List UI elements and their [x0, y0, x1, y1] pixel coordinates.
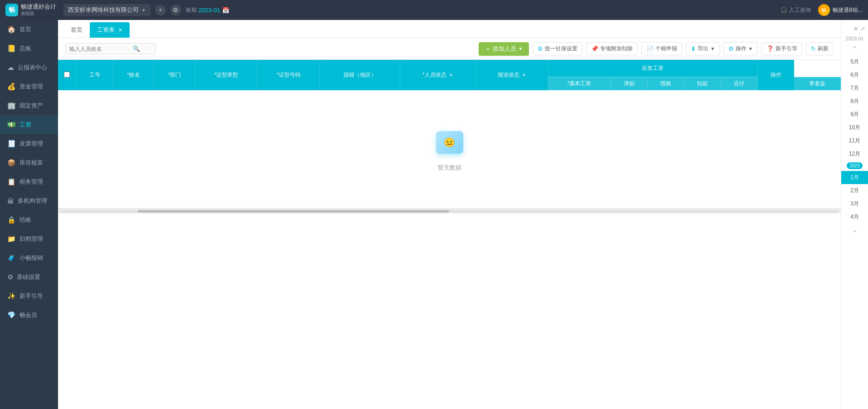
tab-salary-table[interactable]: 工资表 ✕ — [90, 22, 130, 38]
add-btn-label: 添加人员 — [493, 45, 516, 53]
month-1[interactable]: 1月 — [841, 171, 868, 184]
settings-icon: ⚙ — [7, 273, 13, 281]
checkbox-header[interactable] — [58, 60, 76, 90]
th-personnel-status[interactable]: *人员状态 ▼ — [400, 60, 476, 90]
guide-label: 新手引导 — [776, 45, 797, 53]
sidebar-item-label: 新手引导 — [19, 292, 43, 300]
sidebar-item-home[interactable]: 🏠 首页 — [0, 20, 58, 39]
headset-icon: 🎧 — [781, 7, 787, 13]
period-display-text: 2023.01 — [846, 36, 864, 41]
sidebar-item-label: 结账 — [19, 216, 31, 224]
logo: 畅 畅捷通好会计 旗舰版 — [5, 3, 56, 17]
th-payroll-group: 应发工资 — [548, 60, 758, 77]
social-settings-button[interactable]: ⚙ 统一社保设置 — [533, 42, 582, 55]
sidebar-item-label: 云报表中心 — [18, 63, 47, 72]
select-all-checkbox[interactable] — [64, 72, 70, 78]
sidebar-item-close-account[interactable]: 🔒 结账 — [0, 210, 58, 229]
sidebar-item-fixed-assets[interactable]: 🏢 固定资产 — [0, 96, 58, 115]
user-info[interactable]: 畅 畅捷通B组... — [818, 4, 863, 16]
main-layout: 🏠 首页 📒 总账 ☁ 云报表中心 💰 资金管理 🏢 固定资产 💵 工资 🧾 发… — [0, 20, 868, 409]
operations-chevron-icon: ▼ — [748, 46, 753, 51]
operations-button[interactable]: ⚙ 操作 ▼ — [723, 42, 758, 55]
month-10[interactable]: 10月 — [841, 121, 868, 134]
sidebar-item-multi-org[interactable]: 🏛 多机构管理 — [0, 191, 58, 210]
month-7[interactable]: 7月 — [841, 82, 868, 95]
scroll-track — [60, 210, 839, 213]
sidebar-item-cloud-report[interactable]: ☁ 云报表中心 — [0, 58, 58, 77]
add-person-button[interactable]: ＋ 添加人员 ▼ — [479, 42, 529, 56]
month-2[interactable]: 2月 — [841, 184, 868, 197]
month-8[interactable]: 8月 — [841, 95, 868, 108]
sidebar-item-expense[interactable]: 🧳 小畅报销 — [0, 248, 58, 268]
refresh-icon: ↻ — [811, 45, 816, 52]
sidebar-item-ledger[interactable]: 📒 总账 — [0, 39, 58, 58]
scroll-down-button[interactable]: ⌄ — [841, 224, 868, 236]
guide-icon: ✨ — [7, 292, 16, 300]
th-pension: 养老金 — [794, 77, 841, 91]
search-input[interactable] — [69, 46, 133, 52]
sidebar-item-archive[interactable]: 📁 归档管理 — [0, 229, 58, 248]
th-deduction: 扣款 — [684, 77, 721, 91]
content-area: 首页 工资表 ✕ 🔍 ＋ 添加人员 ▼ ⚙ 统一社保设置 — [58, 20, 841, 409]
special-deduction-icon: 📌 — [591, 45, 598, 52]
th-report-status[interactable]: 报送状态 ▼ — [476, 60, 548, 90]
scroll-up-button[interactable]: ⌃ — [841, 43, 868, 55]
add-icon: ＋ — [485, 45, 491, 53]
logo-sub: 旗舰版 — [21, 10, 56, 17]
sidebar-item-salary[interactable]: 💵 工资 — [0, 115, 58, 134]
close-panel-icon[interactable]: ✕ — [853, 25, 858, 32]
refresh-button[interactable]: ↻ 刷新 — [806, 42, 834, 55]
sidebar-item-fund[interactable]: 💰 资金管理 — [0, 77, 58, 96]
sidebar-item-member[interactable]: 💎 畅会员 — [0, 306, 58, 325]
add-company-button[interactable]: ＋ — [155, 5, 166, 15]
sidebar-item-basic-settings[interactable]: ⚙ 基础设置 — [0, 268, 58, 287]
individual-tax-button[interactable]: 📄 个税申报 — [641, 42, 682, 55]
sidebar-item-invoice[interactable]: 🧾 发票管理 — [0, 134, 58, 153]
export-button[interactable]: ⬇ 导出 ▼ — [686, 42, 720, 55]
expand-panel-icon[interactable]: ⤢ — [860, 25, 865, 32]
tab-home[interactable]: 首页 — [63, 22, 90, 38]
sidebar-item-label: 发票管理 — [19, 140, 43, 148]
company-selector[interactable]: 西安虾米网络科技有限公司 ▼ — [63, 4, 150, 16]
scroll-thumb[interactable] — [138, 210, 450, 213]
social-settings-icon: ⚙ — [538, 45, 543, 52]
empty-box-icon — [436, 131, 463, 154]
period-value: 2023-01 — [199, 7, 220, 14]
month-5[interactable]: 5月 — [841, 55, 868, 68]
th-id-type: *证型类型 — [195, 60, 257, 90]
search-icon: 🔍 — [133, 45, 140, 52]
support-label: 人工咨询 — [789, 6, 811, 14]
settings-button[interactable]: ⚙ — [170, 5, 181, 15]
sidebar-item-label: 小畅报销 — [19, 254, 43, 262]
chevron-down-icon: ▼ — [141, 8, 146, 13]
horizontal-scrollbar[interactable] — [58, 208, 841, 214]
year-badge-2023: 2023 — [847, 162, 862, 169]
sidebar-item-guide[interactable]: ✨ 新手引导 — [0, 287, 58, 306]
th-total: 合计 — [721, 77, 758, 91]
empty-cell: 暂无数据 — [58, 90, 841, 208]
month-3[interactable]: 3月 — [841, 197, 868, 210]
month-6[interactable]: 6月 — [841, 68, 868, 82]
month-12[interactable]: 12月 — [841, 147, 868, 161]
multi-org-icon: 🏛 — [7, 197, 14, 205]
period-label: 账期 — [186, 6, 197, 14]
operations-label: 操作 — [736, 45, 747, 53]
sidebar-item-inventory[interactable]: 📦 库存核算 — [0, 153, 58, 172]
social-settings-label: 统一社保设置 — [545, 45, 577, 53]
month-11[interactable]: 11月 — [841, 134, 868, 147]
th-employee-id: 工号 — [76, 60, 113, 90]
salary-table: 工号 *姓名 *部门 *证型类型 *证型号码 国籍（地区） *人员状态 ▼ 报送… — [58, 60, 841, 208]
sidebar-item-tax[interactable]: 📋 税务管理 — [0, 172, 58, 191]
special-deduction-button[interactable]: 📌 专项附加扣除 — [586, 42, 638, 55]
tax-icon: 📋 — [7, 178, 16, 186]
month-4[interactable]: 4月 — [841, 210, 868, 224]
cloud-icon: ☁ — [7, 63, 14, 72]
guide-button[interactable]: ❓ 新手引导 — [761, 42, 802, 55]
avatar: 畅 — [818, 4, 830, 16]
tab-close-icon[interactable]: ✕ — [118, 27, 122, 33]
support-button[interactable]: 🎧 人工咨询 — [781, 6, 811, 14]
calendar-icon[interactable]: 📅 — [222, 7, 229, 14]
sidebar-item-label: 首页 — [19, 25, 31, 34]
sidebar-item-label: 总账 — [19, 44, 31, 53]
month-9[interactable]: 9月 — [841, 108, 868, 121]
